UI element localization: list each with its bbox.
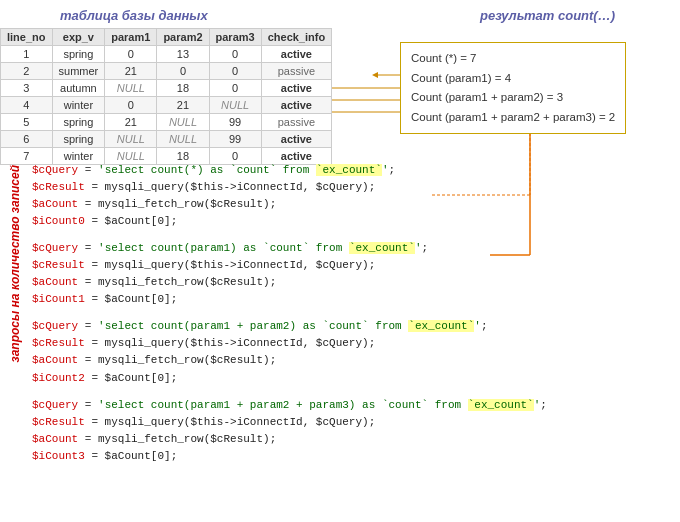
code-plain: = mysqli_query($this->iConnectId, $cQuer…: [85, 337, 375, 349]
code-plain: = mysqli_query($this->iConnectId, $cQuer…: [85, 181, 375, 193]
result-line: Count (param1 + param2 + param3) = 2: [411, 108, 615, 128]
table-row: 4winter021NULLactive: [1, 97, 332, 114]
code-line: $cResult = mysqli_query($this->iConnectI…: [32, 257, 672, 274]
sidebar-label: запросы на количество записей: [8, 165, 22, 362]
code-area: $cQuery = 'select count(*) as `count` fr…: [32, 162, 672, 475]
code-variable: $aCount: [32, 198, 78, 210]
code-block-4: $cQuery = 'select count(param1 + param2 …: [32, 397, 672, 465]
code-line: $cQuery = 'select count(param1) as `coun…: [32, 240, 672, 257]
code-variable: $aCount: [32, 276, 78, 288]
table-header-param1: param1: [105, 29, 157, 46]
code-variable: $aCount: [32, 433, 78, 445]
table-header-line_no: line_no: [1, 29, 53, 46]
table-cell-param3: NULL: [209, 97, 261, 114]
table-cell-param1: 0: [105, 46, 157, 63]
code-variable: $cResult: [32, 181, 85, 193]
code-plain: = mysqli_fetch_row($cResult);: [78, 276, 276, 288]
code-variable: $iCount2: [32, 372, 85, 384]
code-table-highlight: `ex_count`: [468, 399, 534, 411]
table-cell-param2: 18: [157, 80, 209, 97]
table-row: 1spring0130active: [1, 46, 332, 63]
code-str-end: ': [415, 242, 422, 254]
code-string: 'select count(*) as `count` from `ex_cou…: [98, 164, 388, 176]
table-cell-param1: 21: [105, 63, 157, 80]
code-line: $aCount = mysqli_fetch_row($cResult);: [32, 196, 672, 213]
code-plain: = mysqli_query($this->iConnectId, $cQuer…: [85, 416, 375, 428]
table-cell-param3: 99: [209, 114, 261, 131]
code-line: $cQuery = 'select count(*) as `count` fr…: [32, 162, 672, 179]
table-cell-param3: 0: [209, 63, 261, 80]
code-line: $aCount = mysqli_fetch_row($cResult);: [32, 352, 672, 369]
code-variable: $cQuery: [32, 242, 78, 254]
table-cell-line_no: 5: [1, 114, 53, 131]
table-cell-line_no: 4: [1, 97, 53, 114]
code-line: $cResult = mysqli_query($this->iConnectI…: [32, 335, 672, 352]
code-block-1: $cQuery = 'select count(*) as `count` fr…: [32, 162, 672, 230]
code-line: $cResult = mysqli_query($this->iConnectI…: [32, 179, 672, 196]
table-cell-line_no: 3: [1, 80, 53, 97]
code-plain: =: [78, 242, 98, 254]
code-plain: = mysqli_query($this->iConnectId, $cQuer…: [85, 259, 375, 271]
table-header-param2: param2: [157, 29, 209, 46]
code-line: $iCount0 = $aCount[0];: [32, 213, 672, 230]
code-variable: $cResult: [32, 416, 85, 428]
table-cell-param1: 21: [105, 114, 157, 131]
table-cell-exp_v: autumn: [52, 80, 105, 97]
code-line: $iCount3 = $aCount[0];: [32, 448, 672, 465]
code-plain: =: [78, 164, 98, 176]
table-cell-check_info: passive: [261, 114, 331, 131]
table-cell-param3: 99: [209, 131, 261, 148]
table-cell-exp_v: spring: [52, 114, 105, 131]
database-table: line_noexp_vparam1param2param3check_info…: [0, 28, 332, 165]
code-variable: $cResult: [32, 337, 85, 349]
table-cell-check_info: active: [261, 97, 331, 114]
code-variable: $cQuery: [32, 399, 78, 411]
code-variable: $cQuery: [32, 320, 78, 332]
code-str-end: ': [474, 320, 481, 332]
code-plain: = mysqli_fetch_row($cResult);: [78, 433, 276, 445]
table-row: 6springNULLNULL99active: [1, 131, 332, 148]
code-str-part: 'select count(param1 + param2) as `count…: [98, 320, 408, 332]
table-cell-param3: 0: [209, 80, 261, 97]
code-plain: = mysqli_fetch_row($cResult);: [78, 354, 276, 366]
code-string: 'select count(param1) as `count` from `e…: [98, 242, 421, 254]
table-cell-line_no: 1: [1, 46, 53, 63]
table-cell-exp_v: winter: [52, 97, 105, 114]
code-plain: = $aCount[0];: [85, 450, 177, 462]
table-cell-exp_v: summer: [52, 63, 105, 80]
code-plain: = $aCount[0];: [85, 372, 177, 384]
table-cell-check_info: active: [261, 131, 331, 148]
result-box: Count (*) = 7Count (param1) = 4Count (pa…: [400, 42, 626, 134]
code-plain: ;: [389, 164, 396, 176]
code-variable: $iCount3: [32, 450, 85, 462]
code-table-highlight: `ex_count`: [349, 242, 415, 254]
code-variable: $aCount: [32, 354, 78, 366]
table-header-exp_v: exp_v: [52, 29, 105, 46]
table-row: 5spring21NULL99passive: [1, 114, 332, 131]
table-cell-exp_v: spring: [52, 131, 105, 148]
result-line: Count (*) = 7: [411, 49, 615, 69]
table-cell-param2: NULL: [157, 114, 209, 131]
code-variable: $iCount0: [32, 215, 85, 227]
code-plain: =: [78, 399, 98, 411]
code-block-2: $cQuery = 'select count(param1) as `coun…: [32, 240, 672, 308]
code-plain: ;: [481, 320, 488, 332]
code-line: $cResult = mysqli_query($this->iConnectI…: [32, 414, 672, 431]
code-plain: = $aCount[0];: [85, 293, 177, 305]
table-cell-check_info: active: [261, 46, 331, 63]
code-variable: $cResult: [32, 259, 85, 271]
table-cell-param2: NULL: [157, 131, 209, 148]
table-header-param3: param3: [209, 29, 261, 46]
code-variable: $iCount1: [32, 293, 85, 305]
table-cell-param2: 0: [157, 63, 209, 80]
code-line: $aCount = mysqli_fetch_row($cResult);: [32, 274, 672, 291]
table-cell-param2: 21: [157, 97, 209, 114]
table-cell-param3: 0: [209, 46, 261, 63]
table-cell-line_no: 6: [1, 131, 53, 148]
code-string: 'select count(param1 + param2 + param3) …: [98, 399, 540, 411]
code-line: $iCount1 = $aCount[0];: [32, 291, 672, 308]
code-string: 'select count(param1 + param2) as `count…: [98, 320, 481, 332]
code-str-part: 'select count(*) as `count` from: [98, 164, 316, 176]
table-cell-param1: NULL: [105, 80, 157, 97]
code-plain: = mysqli_fetch_row($cResult);: [78, 198, 276, 210]
